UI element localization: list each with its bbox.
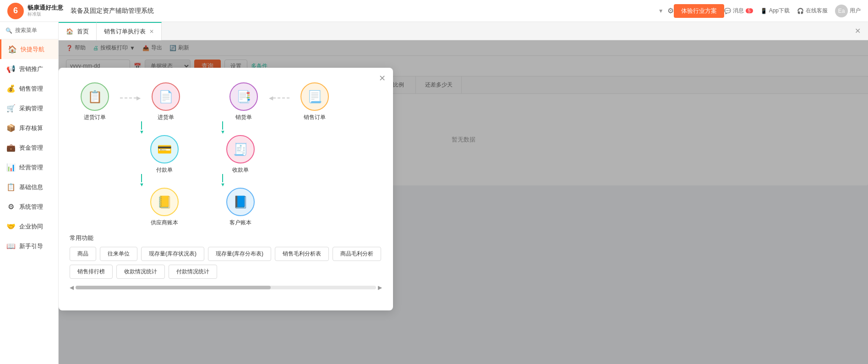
app-download-item[interactable]: 📱 App下载	[760, 7, 790, 15]
sidebar-item-operations[interactable]: 📊 经营管理	[0, 158, 58, 177]
tab-sales-exec-label: 销售订单执行表	[104, 27, 146, 36]
sidebar-item-inventory[interactable]: 📦 库存核算	[0, 118, 58, 138]
briefcase-icon: 💼	[6, 143, 16, 152]
dropdown-icon[interactable]: ▼	[658, 8, 664, 14]
sidebar-label-quick-nav: 快捷导航	[21, 45, 44, 54]
main-content: ❓ 帮助 🖨 按模板打印 ▼ 📤 导出 🔄 刷新	[59, 40, 868, 364]
sidebar-label-system: 系统管理	[19, 203, 43, 211]
home-icon: 🏠	[8, 45, 17, 54]
flow-node[interactable]: 📑销货单	[218, 82, 269, 121]
search-menu[interactable]: 🔍 搜索菜单	[0, 22, 58, 39]
flow-node[interactable]: 📄进货单	[141, 82, 191, 121]
logo-icon: 6	[7, 3, 24, 19]
message-item[interactable]: 💬 消息 5	[724, 7, 753, 15]
scroll-right-icon[interactable]: ▶	[378, 284, 382, 291]
message-icon: 💬	[724, 8, 731, 14]
flow-node[interactable]: 🧾收款单	[215, 135, 266, 174]
logo-sub: 标准版	[27, 11, 63, 17]
logo-text: 畅康通好生意 标准版	[27, 4, 63, 18]
message-badge: 5	[746, 8, 753, 13]
sidebar-item-system[interactable]: ⚙ 系统管理	[0, 197, 58, 217]
sidebar-label-guide: 新手引导	[19, 242, 43, 250]
user-item[interactable]: Ea 用户	[835, 5, 861, 17]
sidebar-item-basic-info[interactable]: 📋 基础信息	[0, 177, 58, 197]
trial-button[interactable]: 体验行业方案	[674, 4, 724, 18]
user-name: 用户	[850, 7, 861, 15]
headset-icon: 🎧	[797, 8, 804, 14]
common-functions-section: 常用功能 商品 往来单位 现存量(库存状况表) 现存量(库存分布表) 销售毛利分…	[70, 234, 382, 279]
common-btn-partner[interactable]: 往来单位	[100, 247, 137, 261]
tab-home[interactable]: 🏠 首页	[59, 22, 97, 40]
app-download-label: App下载	[769, 7, 790, 15]
flow-node[interactable]: 📋进货订单	[70, 82, 120, 121]
sidebar-label-inventory: 库存核算	[19, 124, 43, 132]
modal-close-button[interactable]: ✕	[379, 73, 386, 83]
scroll-thumb[interactable]	[76, 286, 271, 289]
sidebar-item-guide[interactable]: 📖 新手引导	[0, 236, 58, 256]
sidebar-label-marketing: 营销推广	[19, 65, 43, 73]
common-btn-stock-dist[interactable]: 现存量(库存分布表)	[208, 247, 271, 261]
sidebar-label-basic-info: 基础信息	[19, 183, 43, 191]
common-btn-sales-rank[interactable]: 销售排行榜	[70, 265, 113, 279]
clipboard-icon: 📋	[6, 183, 16, 191]
common-buttons-row-2: 销售排行榜 收款情况统计 付款情况统计	[70, 265, 382, 279]
tab-bar: 🏠 首页 销售订单执行表 ✕ ✕	[59, 22, 868, 40]
gear-icon[interactable]: ⚙	[667, 6, 674, 15]
sidebar-item-purchase[interactable]: 🛒 采购管理	[0, 98, 58, 118]
search-icon: 🔍	[5, 27, 12, 34]
common-btn-sales-profit[interactable]: 销售毛利分析表	[275, 247, 329, 261]
system-title: 装备及固定资产辅助管理系统	[71, 7, 658, 15]
flow-node[interactable]: 📒供应商账本	[139, 188, 190, 227]
avatar: Ea	[835, 5, 848, 17]
scroll-left-icon[interactable]: ◀	[70, 284, 74, 291]
sidebar-label-sales: 销售管理	[19, 85, 43, 93]
flow-node[interactable]: 📃销售订单	[289, 82, 340, 121]
tab-sales-exec[interactable]: 销售订单执行表 ✕	[97, 22, 162, 40]
modal-scrollbar[interactable]: ◀ ▶	[70, 284, 382, 291]
cart-icon: 🛒	[6, 104, 16, 113]
online-service-item[interactable]: 🎧 在线客服	[797, 7, 828, 15]
sidebar-label-operations: 经营管理	[19, 163, 43, 172]
sidebar-nav: 🏠 快捷导航 📢 营销推广 💰 销售管理 🛒 采购管理 📦 库存核	[0, 39, 58, 364]
flow-node[interactable]: 📘客户账本	[215, 188, 266, 227]
common-btn-receipt-stats[interactable]: 收款情况统计	[116, 265, 165, 279]
common-btn-product[interactable]: 商品	[70, 247, 96, 261]
common-btn-product-profit[interactable]: 商品毛利分析	[333, 247, 381, 261]
message-label: 消息	[733, 7, 744, 15]
handshake-icon: 🤝	[6, 222, 16, 231]
common-functions-title: 常用功能	[70, 234, 382, 242]
tab-close-icon[interactable]: ✕	[149, 28, 154, 35]
flow-node[interactable]: 💳付款单	[139, 135, 190, 174]
common-buttons-row-1: 商品 往来单位 现存量(库存状况表) 现存量(库存分布表) 销售毛利分析表 商品…	[70, 247, 382, 261]
tab-home-label: 首页	[77, 27, 89, 36]
logo-title: 畅康通好生意	[27, 4, 63, 11]
megaphone-icon: 📢	[6, 65, 16, 73]
flow-diagram: 📋进货订单▶📄进货单📑销货单◀📃销售订单▼▼💳付款单🧾收款单▼▼📒供应商账本📘客…	[70, 79, 382, 230]
sidebar-item-quick-nav[interactable]: 🏠 快捷导航	[0, 39, 58, 59]
sidebar-item-sales[interactable]: 💰 销售管理	[0, 79, 58, 98]
book-icon: 📖	[6, 242, 16, 250]
common-btn-payment-stats[interactable]: 付款情况统计	[169, 265, 217, 279]
box-icon: 📦	[6, 124, 16, 132]
app-download-icon: 📱	[760, 8, 767, 14]
money-icon: 💰	[6, 84, 16, 93]
sidebar-item-enterprise[interactable]: 🤝 企业协同	[0, 217, 58, 236]
sidebar-label-finance: 资金管理	[19, 144, 43, 152]
flow-modal: ✕ 📋进货订单▶📄进货单📑销货单◀📃销售订单▼▼💳付款单🧾收款单▼▼📒供应商账本…	[59, 68, 393, 310]
logo-area: 6 畅康通好生意 标准版	[7, 3, 63, 19]
gear-nav-icon: ⚙	[6, 202, 16, 211]
common-btn-stock-status[interactable]: 现存量(库存状况表)	[141, 247, 204, 261]
sidebar-item-marketing[interactable]: 📢 营销推广	[0, 59, 58, 79]
scroll-track	[76, 286, 376, 289]
sidebar-label-enterprise: 企业协同	[19, 223, 43, 231]
search-menu-label: 搜索菜单	[15, 27, 37, 34]
home-tab-icon: 🏠	[66, 28, 73, 35]
sidebar-item-finance[interactable]: 💼 资金管理	[0, 138, 58, 158]
modal-overlay: ✕ 📋进货订单▶📄进货单📑销货单◀📃销售订单▼▼💳付款单🧾收款单▼▼📒供应商账本…	[59, 40, 868, 364]
close-all-icon[interactable]: ✕	[855, 27, 868, 35]
chart-icon: 📊	[6, 163, 16, 172]
online-service-label: 在线客服	[806, 7, 828, 15]
sidebar-label-purchase: 采购管理	[19, 104, 43, 113]
